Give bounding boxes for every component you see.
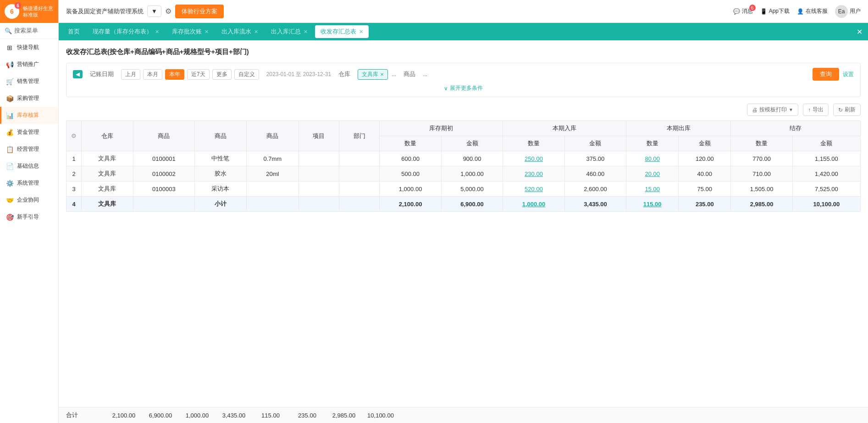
- purchase-icon: 📦: [6, 95, 13, 102]
- sidebar-item-inventory[interactable]: 📊 库存核算: [0, 107, 58, 124]
- tab-inout-summary[interactable]: 出入库汇总 ✕: [265, 25, 313, 38]
- query-button[interactable]: 查询: [813, 68, 839, 81]
- date-btn-this-year[interactable]: 本年: [165, 69, 184, 80]
- subtotal-in-qty[interactable]: 1,000.00: [503, 197, 564, 212]
- logo-icon: 6 6: [5, 4, 19, 19]
- th-project: 项目: [299, 121, 339, 151]
- page-title: 收发存汇总表(按仓库+商品编码+商品+规格型号+项目+部门): [66, 48, 861, 56]
- tab-close-inout-flow[interactable]: ✕: [254, 29, 258, 35]
- row1-in-qty[interactable]: 250.00: [503, 151, 564, 166]
- subtotal-out-qty[interactable]: 115.00: [626, 197, 679, 212]
- th-out-amt: 金额: [679, 136, 731, 151]
- row3-dept: [339, 181, 380, 197]
- export-button[interactable]: ↑ 导出: [803, 104, 829, 116]
- warehouse-label: 仓库: [338, 70, 350, 78]
- row1-init-qty: 600.00: [380, 151, 441, 166]
- date-btn-custom[interactable]: 自定义: [234, 69, 259, 80]
- sidebar-item-sales[interactable]: 🛒 销售管理: [0, 73, 58, 90]
- sidebar-item-quick-nav[interactable]: ⊞ 快捷导航: [0, 39, 58, 56]
- warehouse-more-btn[interactable]: ...: [392, 71, 396, 77]
- row1-name: 中性笔: [195, 151, 247, 166]
- notif-badge: 6: [749, 5, 756, 11]
- goods-more-btn[interactable]: ...: [423, 71, 427, 77]
- tab-close-recv-summary[interactable]: ✕: [359, 29, 363, 35]
- basic-icon: 📄: [6, 163, 13, 170]
- row2-spec: 20ml: [246, 166, 299, 181]
- table-row: 3 文具库 0100003 采访本 1,000.00 5,000.00 520.…: [66, 181, 861, 197]
- subtotal-dept: [339, 197, 380, 212]
- th-settings: ⚙: [66, 121, 82, 151]
- warehouse-tag[interactable]: 文具库 ✕: [358, 69, 388, 80]
- tab-close-stock-dist[interactable]: ✕: [155, 29, 159, 35]
- sidebar-item-marketing[interactable]: 📢 营销推广: [0, 56, 58, 73]
- header-right: 6 💬 消息 📱 App下载 👤 在线客服 Ea 用户: [733, 5, 861, 18]
- message-action[interactable]: 6 💬 消息: [733, 7, 753, 15]
- row1-warehouse: 文具库: [82, 151, 133, 166]
- filter-toggle[interactable]: ◀: [73, 70, 83, 78]
- row1-project: [299, 151, 339, 166]
- settings-icon[interactable]: ⚙: [165, 7, 171, 16]
- date-btn-7days[interactable]: 近7天: [187, 69, 210, 80]
- sidebar-item-purchase[interactable]: 📦 采购管理: [0, 90, 58, 107]
- date-btn-last-month[interactable]: 上月: [121, 69, 140, 80]
- row2-name: 胶水: [195, 166, 247, 181]
- online-service-action[interactable]: 👤 在线客服: [797, 7, 828, 15]
- system-dropdown[interactable]: ▼: [147, 5, 161, 17]
- row1-no: 1: [66, 151, 82, 166]
- sidebar-item-collab[interactable]: 🤝 企业协同: [0, 192, 58, 209]
- filter-toggle-icon[interactable]: ◀: [73, 70, 83, 78]
- trial-button[interactable]: 体验行业方案: [175, 5, 224, 18]
- tab-batch[interactable]: 库存批次账 ✕: [166, 25, 214, 38]
- sidebar-item-basic[interactable]: 📄 基础信息: [0, 158, 58, 175]
- column-settings-icon[interactable]: ⚙: [71, 132, 77, 139]
- sidebar-item-guide[interactable]: 🎯 新手引导: [0, 209, 58, 225]
- th-balance: 结存: [731, 121, 861, 136]
- row3-out-amt: 75.00: [679, 181, 731, 197]
- search-menu[interactable]: 🔍 搜索菜单: [0, 23, 58, 39]
- sidebar-item-system[interactable]: ⚙️ 系统管理: [0, 175, 58, 192]
- user-action[interactable]: Ea 用户: [835, 5, 861, 18]
- filter-right-actions: 查询 设置: [813, 68, 854, 81]
- table-toolbar: 🖨 按模板打印 ▼ ↑ 导出 ↻ 刷新: [66, 104, 861, 116]
- row2-warehouse: 文具库: [82, 166, 133, 181]
- row2-out-qty[interactable]: 20.00: [626, 166, 679, 181]
- subtotal-code: [133, 197, 194, 212]
- footer-init-qty: 2,100.00: [105, 412, 142, 419]
- footer-in-qty: 1,000.00: [179, 412, 216, 419]
- expand-btn[interactable]: ∨ 展开更多条件: [444, 84, 483, 92]
- row1-dept: [339, 151, 380, 166]
- tab-home[interactable]: 首页: [62, 25, 85, 38]
- expand-chevron-icon: ∨: [444, 85, 448, 92]
- date-btn-this-month[interactable]: 本月: [143, 69, 162, 80]
- tab-recv-summary[interactable]: 收发存汇总表 ✕: [315, 25, 369, 38]
- tab-close-inout-summary[interactable]: ✕: [304, 29, 308, 35]
- row2-in-qty[interactable]: 230.00: [503, 166, 564, 181]
- data-table: ⚙ 仓库 商品 商品 商品 项目 部门 库存期初 本期入库 本期出库 结存 数量: [66, 121, 861, 212]
- print-button[interactable]: 🖨 按模板打印 ▼: [747, 104, 798, 116]
- row3-name: 采访本: [195, 181, 247, 197]
- table-row: 2 文具库 0100002 胶水 20ml 500.00 1,000.00 23…: [66, 166, 861, 181]
- refresh-icon: ↻: [838, 107, 843, 113]
- row1-out-qty[interactable]: 80.00: [626, 151, 679, 166]
- row2-out-amt: 40.00: [679, 166, 731, 181]
- th-spec: 商品: [246, 121, 299, 151]
- sidebar-item-operation[interactable]: 📋 经营管理: [0, 141, 58, 158]
- date-btn-more[interactable]: 更多: [212, 69, 232, 80]
- tab-close-batch[interactable]: ✕: [205, 29, 209, 35]
- subtotal-spec: [246, 197, 299, 212]
- subtotal-init-amt: 6,900.00: [441, 197, 503, 212]
- tab-inout-flow[interactable]: 出入库流水 ✕: [216, 25, 264, 38]
- sidebar-item-finance[interactable]: 💰 资金管理: [0, 124, 58, 141]
- subtotal-name: 小计: [195, 197, 247, 212]
- system-icon: ⚙️: [6, 180, 13, 187]
- tab-stock-dist[interactable]: 现存量（库存分布表） ✕: [87, 25, 165, 38]
- app-download-action[interactable]: 📱 App下载: [760, 7, 790, 15]
- row3-in-qty[interactable]: 520.00: [503, 181, 564, 197]
- row3-out-qty[interactable]: 15.00: [626, 181, 679, 197]
- warehouse-tag-close[interactable]: ✕: [380, 72, 384, 77]
- refresh-button[interactable]: ↻ 刷新: [833, 104, 861, 116]
- settings-link[interactable]: 设置: [843, 71, 854, 78]
- tab-bar-close[interactable]: ✕: [855, 27, 864, 36]
- th-code: 商品: [133, 121, 194, 151]
- page-content: 收发存汇总表(按仓库+商品编码+商品+规格型号+项目+部门) ◀ 记账日期 上月…: [59, 40, 868, 219]
